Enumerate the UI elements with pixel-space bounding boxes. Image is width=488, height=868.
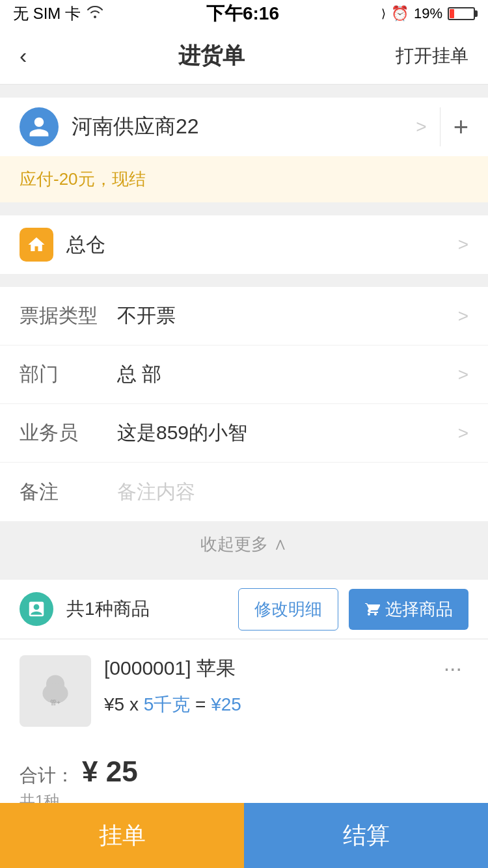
- product-price: ¥5 x 5千克 = ¥25: [104, 692, 424, 717]
- status-right: ⟩ ⏰ 19%: [381, 5, 475, 22]
- price-separator: x: [129, 694, 144, 714]
- price-value: ¥5: [104, 694, 124, 714]
- page-title: 进货单: [178, 41, 245, 71]
- warehouse-name: 总仓: [66, 232, 458, 258]
- supplier-chevron: >: [416, 116, 426, 137]
- collapse-toggle[interactable]: 收起更多 ∧: [0, 521, 488, 567]
- wifi-icon: [86, 5, 104, 23]
- form-section: 票据类型 不开票 > 部门 总 部 > 业务员 这是859的小智 > 备注 备注…: [0, 287, 488, 521]
- separator: [440, 107, 441, 146]
- price-quantity: 5千克: [144, 694, 191, 714]
- supplier-row[interactable]: 河南供应商22 > +: [0, 98, 488, 156]
- svg-text:管+: 管+: [50, 699, 61, 706]
- checkout-button[interactable]: 结算: [244, 803, 488, 868]
- product-card: 管+ [0000001] 苹果 ¥5 x 5千克 = ¥25 ···: [0, 640, 488, 742]
- back-button[interactable]: ‹: [20, 43, 27, 68]
- product-info: [0000001] 苹果 ¥5 x 5千克 = ¥25: [104, 655, 424, 717]
- salesperson-row[interactable]: 业务员 这是859的小智 >: [0, 404, 488, 463]
- price-equals: =: [195, 694, 211, 714]
- product-name: [0000001] 苹果: [104, 655, 424, 682]
- supplier-section: 河南供应商22 > + 应付-20元，现结: [0, 98, 488, 202]
- product-thumbnail: 管+: [20, 655, 91, 727]
- product-count-icon: [20, 592, 53, 626]
- department-chevron: >: [458, 364, 468, 385]
- divider-4: [0, 567, 488, 580]
- select-product-label: 选择商品: [385, 598, 453, 621]
- select-product-button[interactable]: 选择商品: [349, 589, 468, 630]
- price-total: ¥25: [211, 694, 241, 714]
- product-more-button[interactable]: ···: [437, 655, 468, 681]
- invoice-type-label: 票据类型: [20, 303, 111, 329]
- summary-label: 合计：: [20, 763, 74, 788]
- carrier-label: 无 SIM 卡: [13, 3, 81, 24]
- status-bar: 无 SIM 卡 下午6:16 ⟩ ⏰ 19%: [0, 0, 488, 27]
- divider-1: [0, 85, 488, 98]
- collapse-label: 收起更多 ∧: [200, 533, 287, 556]
- product-count-label: 共1种商品: [66, 597, 238, 621]
- warehouse-section: 总仓 >: [0, 215, 488, 274]
- warehouse-icon: [20, 228, 53, 262]
- remark-row[interactable]: 备注 备注内容: [0, 463, 488, 521]
- department-row[interactable]: 部门 总 部 >: [0, 346, 488, 404]
- supplier-avatar: [20, 107, 59, 146]
- status-left: 无 SIM 卡: [13, 3, 104, 24]
- alarm-icon: ⏰: [391, 5, 409, 22]
- supplier-name: 河南供应商22: [72, 113, 416, 141]
- remark-label: 备注: [20, 479, 111, 506]
- battery-percent: 19%: [414, 5, 442, 22]
- invoice-type-row[interactable]: 票据类型 不开票 >: [0, 287, 488, 346]
- supplier-notice: 应付-20元，现结: [0, 156, 488, 202]
- action-bar: 挂单 结算: [0, 803, 488, 868]
- salesperson-chevron: >: [458, 423, 468, 444]
- edit-detail-button[interactable]: 修改明细: [238, 588, 338, 631]
- summary-amount: ¥ 25: [82, 755, 138, 788]
- salesperson-value: 这是859的小智: [117, 420, 458, 446]
- warehouse-row[interactable]: 总仓 >: [0, 215, 488, 274]
- product-code: [0000001]: [104, 657, 191, 679]
- open-pending-button[interactable]: 打开挂单: [396, 44, 468, 68]
- warehouse-chevron: >: [458, 234, 468, 255]
- nav-bar: ‹ 进货单 打开挂单: [0, 27, 488, 85]
- product-name-text: 苹果: [197, 657, 236, 679]
- status-time: 下午6:16: [206, 1, 279, 26]
- divider-3: [0, 274, 488, 287]
- summary-row: 合计： ¥ 25: [20, 755, 468, 788]
- location-icon: ⟩: [381, 7, 386, 21]
- suspend-button[interactable]: 挂单: [0, 803, 244, 868]
- department-value: 总 部: [117, 361, 458, 388]
- divider-2: [0, 202, 488, 215]
- remark-input[interactable]: 备注内容: [117, 479, 468, 506]
- add-supplier-button[interactable]: +: [454, 113, 468, 142]
- department-label: 部门: [20, 361, 111, 388]
- product-header: 共1种商品 修改明细 选择商品: [0, 580, 488, 638]
- invoice-type-chevron: >: [458, 306, 468, 327]
- invoice-type-value: 不开票: [117, 303, 458, 329]
- salesperson-label: 业务员: [20, 420, 111, 446]
- battery-icon: [448, 7, 475, 20]
